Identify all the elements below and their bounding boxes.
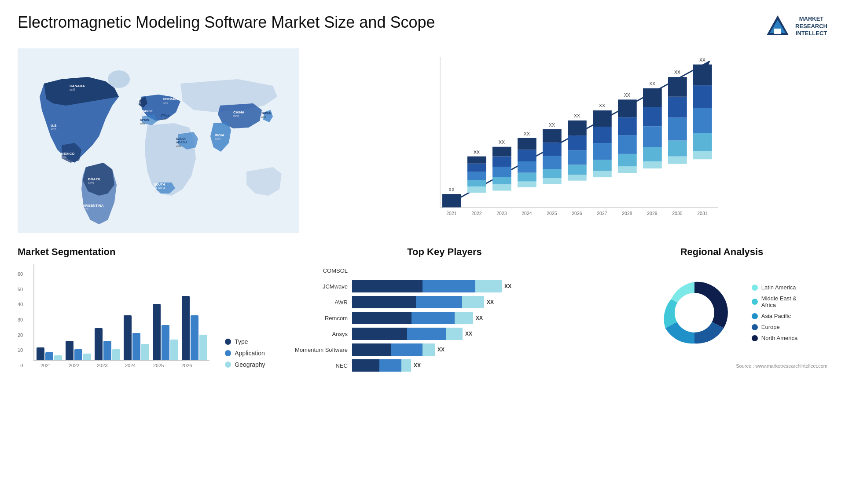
svg-text:GERMANY: GERMANY bbox=[163, 98, 179, 101]
seg-bar-group-2026 bbox=[182, 296, 207, 360]
player-bar-jcmwave: XX bbox=[352, 280, 603, 292]
bottom-row: Market Segmentation 60 50 40 30 20 10 0 bbox=[18, 246, 827, 372]
player-name-nec: NEC bbox=[286, 362, 348, 369]
svg-rect-80 bbox=[593, 160, 612, 171]
svg-text:2022: 2022 bbox=[471, 211, 481, 216]
bar-2027: XX 2027 bbox=[593, 103, 612, 215]
donut-container: Latin America Middle East &Africa Asia P… bbox=[616, 264, 827, 361]
player-name-ansys: Ansys bbox=[286, 331, 348, 337]
svg-rect-69 bbox=[543, 129, 562, 142]
player-name-momentum: Momentum Software bbox=[286, 347, 348, 353]
players-list: COMSOL JCMwave XX bbox=[286, 264, 603, 372]
svg-point-4 bbox=[108, 70, 130, 88]
legend-label-asia-pacific: Asia Pacific bbox=[761, 313, 791, 319]
svg-rect-93 bbox=[643, 161, 662, 168]
bar-2022: XX 2022 bbox=[467, 150, 486, 216]
svg-rect-88 bbox=[618, 135, 637, 154]
svg-rect-72 bbox=[568, 175, 587, 180]
svg-rect-45 bbox=[467, 180, 486, 186]
logo-text: MARKET RESEARCH INTELLECT bbox=[795, 15, 827, 38]
donut-legend: Latin America Middle East &Africa Asia P… bbox=[752, 284, 797, 341]
legend-north-america: North America bbox=[752, 335, 797, 341]
svg-text:2028: 2028 bbox=[622, 211, 632, 216]
bar-2025: XX 2025 bbox=[543, 123, 562, 215]
main-content: CANADA xx% U.S. xx% MEXICO xx% BRAZIL xx… bbox=[18, 48, 827, 372]
svg-text:XX: XX bbox=[624, 93, 630, 98]
svg-text:xx%: xx% bbox=[154, 190, 159, 193]
svg-rect-61 bbox=[518, 150, 536, 161]
legend-label-type: Type bbox=[235, 338, 248, 345]
svg-text:JAPAN: JAPAN bbox=[261, 112, 271, 115]
svg-rect-67 bbox=[543, 156, 562, 169]
legend-color-geography bbox=[225, 362, 231, 368]
svg-rect-107 bbox=[693, 151, 712, 159]
logo-icon bbox=[764, 13, 791, 40]
svg-text:INDIA: INDIA bbox=[215, 133, 224, 137]
seg-chart-container: 60 50 40 30 20 10 0 bbox=[18, 264, 273, 368]
map-svg: CANADA xx% U.S. xx% MEXICO xx% BRAZIL xx… bbox=[18, 48, 299, 233]
player-name-jcmwave: JCMwave bbox=[286, 283, 348, 290]
svg-text:ARGENTINA: ARGENTINA bbox=[83, 204, 104, 208]
svg-text:ARABIA: ARABIA bbox=[176, 141, 187, 144]
seg-bar-group-2022 bbox=[66, 341, 91, 360]
player-name-remcom: Remcom bbox=[286, 315, 348, 321]
svg-text:xx%: xx% bbox=[136, 102, 142, 104]
svg-rect-76 bbox=[568, 121, 587, 135]
svg-text:XX: XX bbox=[549, 123, 555, 128]
legend-label-europe: Europe bbox=[761, 324, 780, 330]
svg-text:xx%: xx% bbox=[161, 118, 166, 121]
svg-text:CANADA: CANADA bbox=[70, 84, 85, 88]
page-title: Electromagnetic Modeling Software Market… bbox=[18, 13, 435, 32]
svg-text:2026: 2026 bbox=[572, 211, 582, 216]
svg-text:2030: 2030 bbox=[672, 211, 682, 216]
seg-bar-type bbox=[37, 347, 44, 360]
seg-bar-group-2021 bbox=[37, 347, 62, 360]
svg-rect-60 bbox=[518, 161, 536, 173]
svg-text:CHINA: CHINA bbox=[233, 110, 245, 114]
seg-bar-group-2023 bbox=[95, 328, 120, 360]
seg-bar-group-2024 bbox=[124, 315, 149, 360]
player-row-ansys: Ansys XX bbox=[286, 328, 603, 340]
bar-2023: XX 2023 bbox=[492, 140, 511, 216]
bar-2031: XX 2031 bbox=[693, 58, 712, 216]
svg-text:XX: XX bbox=[448, 187, 455, 192]
svg-text:xx%: xx% bbox=[215, 137, 220, 140]
bar-2029: XX 2029 bbox=[643, 81, 662, 216]
source-text: Source : www.marketresearchintellect.com bbox=[616, 363, 827, 369]
player-bar-ansys: XX bbox=[352, 328, 603, 340]
svg-rect-52 bbox=[492, 177, 511, 184]
svg-text:XX: XX bbox=[674, 70, 680, 75]
svg-text:2021: 2021 bbox=[446, 211, 456, 216]
svg-text:XX: XX bbox=[499, 140, 505, 145]
legend-label-application: Application bbox=[235, 350, 265, 357]
svg-text:xx%: xx% bbox=[176, 145, 181, 147]
player-name-awr: AWR bbox=[286, 299, 348, 306]
player-row-remcom: Remcom XX bbox=[286, 312, 603, 324]
svg-text:2023: 2023 bbox=[496, 211, 507, 216]
legend-item-geography: Geography bbox=[225, 361, 265, 368]
legend-label-mea: Middle East &Africa bbox=[761, 295, 797, 308]
player-bar-momentum: XX bbox=[352, 343, 603, 356]
legend-label-geography: Geography bbox=[235, 361, 265, 368]
svg-rect-95 bbox=[643, 126, 662, 147]
map-section: CANADA xx% U.S. xx% MEXICO xx% BRAZIL xx… bbox=[18, 48, 299, 237]
svg-text:xx%: xx% bbox=[88, 181, 94, 184]
svg-text:AFRICA: AFRICA bbox=[154, 186, 165, 190]
logo: MARKET RESEARCH INTELLECT bbox=[764, 13, 827, 40]
svg-rect-81 bbox=[593, 143, 612, 160]
svg-rect-74 bbox=[568, 150, 587, 164]
bar-2024: XX 2024 bbox=[518, 131, 536, 216]
svg-rect-65 bbox=[543, 178, 562, 184]
bar-2030: XX 2030 bbox=[668, 70, 687, 215]
svg-rect-2 bbox=[774, 29, 781, 34]
svg-text:SPAIN: SPAIN bbox=[140, 118, 149, 121]
svg-rect-53 bbox=[492, 167, 511, 177]
svg-rect-94 bbox=[643, 147, 662, 161]
svg-text:BRAZIL: BRAZIL bbox=[88, 177, 101, 181]
svg-rect-82 bbox=[593, 127, 612, 143]
svg-rect-83 bbox=[593, 110, 612, 127]
player-row-momentum: Momentum Software XX bbox=[286, 343, 603, 356]
svg-text:XX: XX bbox=[599, 103, 605, 108]
svg-text:xx%: xx% bbox=[233, 114, 239, 117]
page-header: Electromagnetic Modeling Software Market… bbox=[18, 13, 827, 40]
